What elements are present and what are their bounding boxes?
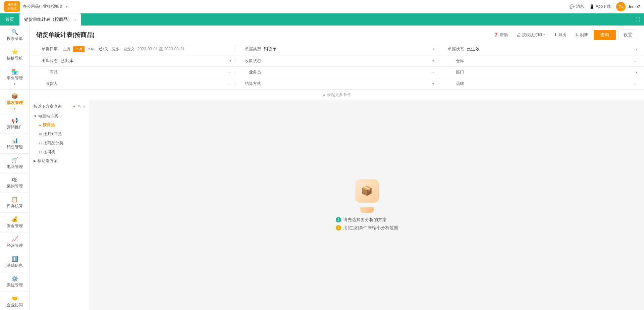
user-area[interactable]: Ea demo2 <box>616 2 640 11</box>
scheme-item-by-product[interactable]: ● 按商品 <box>30 120 90 130</box>
date-7days[interactable]: 近7天 <box>97 46 109 52</box>
help-icon: ❓ <box>493 33 498 37</box>
payment-dropdown-icon[interactable]: ▾ <box>432 82 434 86</box>
filter-row-2: 出库状态 已出库 ▾ 收款状态 ▾ 仓库 ··· <box>30 55 644 67</box>
filter-row-3: 商品 ··· 业务员 ··· 部门 ▾ <box>30 67 644 78</box>
dept-group: 部门 ▾ <box>442 69 637 75</box>
salesperson-more-icon[interactable]: ··· <box>431 70 434 75</box>
brand-more-icon[interactable]: ··· <box>634 81 637 86</box>
sidebar-item-quicknav[interactable]: ⭐ 快捷导航 <box>0 45 29 65</box>
receipt-status-label: 收款状态 <box>239 58 261 64</box>
export-icon: ⬆ <box>554 33 557 37</box>
sidebar-item-marketing[interactable]: 📢 营销推广 <box>0 114 29 134</box>
message-btn[interactable]: 💬 消息 <box>570 4 584 9</box>
product-group: 商品 ··· <box>36 69 231 75</box>
sidebar-item-search[interactable]: 🔍 搜索菜单 <box>0 25 29 45</box>
wholesale-icon: 📦 <box>1 93 28 99</box>
scheme-collapse-icon[interactable]: « <box>83 104 86 109</box>
page-title: 销货单统计表(按商品) <box>36 31 95 39</box>
scheme-edit-icon[interactable]: ✎ <box>77 104 81 109</box>
payment-label: 结算方式 <box>239 81 261 87</box>
scheme-item-by-driver[interactable]: ⊟ 按司机 <box>30 148 90 157</box>
sidebar-item-sales[interactable]: 📊 销售管理 <box>0 134 29 154</box>
refresh-btn[interactable]: ↻ 刷新 <box>572 31 591 40</box>
scheme-panel: 按以下方案查询 + ✎ « ▼ 电脑端方案 ● 按商品 <box>30 100 90 310</box>
scheme-item-by-category[interactable]: ⊟ 按商品分类 <box>30 139 90 148</box>
print-btn[interactable]: 🖨 按模板打印 ▾ <box>514 31 548 40</box>
product-more-icon[interactable]: ··· <box>227 70 231 75</box>
divider5 <box>235 69 235 75</box>
scheme-group-pc-header[interactable]: ▼ 电脑端方案 <box>30 112 90 120</box>
step-2-num: 2 <box>336 225 341 230</box>
receiver-more-icon[interactable]: ··· <box>227 81 231 86</box>
marketing-icon: 📢 <box>1 117 28 124</box>
page-title-row: 销货单统计表(按商品) ❓ 帮助 🖨 按模板打印 ▾ ⬆ 导出 <box>36 30 637 40</box>
date-custom[interactable]: 自定义 <box>122 46 136 52</box>
product-label: 商品 <box>36 69 58 75</box>
tab-close-icon[interactable]: × <box>74 17 76 21</box>
receiver-label: 收货人 <box>36 81 58 87</box>
receipt-status-dropdown-icon[interactable]: ▾ <box>432 59 434 63</box>
doc-status-dropdown-icon[interactable]: ▾ <box>636 47 637 51</box>
app-download-btn[interactable]: 📱 App下载 <box>589 4 611 9</box>
doc-status-value: 已生效 <box>467 46 636 52</box>
print-dropdown-icon: ▾ <box>543 33 545 37</box>
empty-steps: 1 请先选择要分析的方案 2 用[过滤]条件来缩小分析范围 <box>336 217 398 231</box>
sidebar-item-purchase[interactable]: 🛍 采购管理 <box>0 173 29 193</box>
dept-dropdown-icon[interactable]: ▾ <box>636 70 637 74</box>
warehouse-more-icon[interactable]: ··· <box>634 58 637 63</box>
step-1-text: 请先选择要分析的方案 <box>343 217 387 223</box>
breadcrumb-arrow[interactable]: ▾ <box>66 4 68 9</box>
date-last-month[interactable]: 上月 <box>62 46 72 52</box>
scheme-group-pc: ▼ 电脑端方案 ● 按商品 ⊞ 按月+商品 ⊟ 按商品分类 <box>30 112 90 157</box>
scheme-add-icon[interactable]: + <box>73 104 75 109</box>
app-logo: 畅捷通 好生意 <box>4 1 20 12</box>
quicknav-icon: ⭐ <box>1 49 28 55</box>
date-this-month[interactable]: 本月 <box>73 46 85 52</box>
sidebar-item-inventory[interactable]: 📋 库存核算 <box>0 193 29 213</box>
sidebar-item-base[interactable]: ℹ️ 基础信息 <box>0 252 29 272</box>
help-btn[interactable]: ❓ 帮助 <box>490 31 511 40</box>
tab-minimize-btn[interactable]: — <box>628 17 633 22</box>
collapse-bar[interactable]: ∧ 收起更多条件 <box>30 90 644 100</box>
out-status-dropdown-icon[interactable]: ▾ <box>229 59 231 63</box>
warehouse-group: 仓库 ··· <box>442 58 637 64</box>
tab-active[interactable]: 销货单统计表（按商品） × <box>19 13 81 25</box>
date-more[interactable]: 更多 <box>111 46 121 52</box>
tab-controls: — ⛶ <box>628 17 644 22</box>
divider8 <box>438 81 438 87</box>
setting-btn[interactable]: 设置 <box>619 30 637 40</box>
out-status-value: 已出库 <box>60 58 229 64</box>
topbar-right: 💬 消息 📱 App下载 Ea demo2 <box>570 2 640 11</box>
pc-group-label: 电脑端方案 <box>38 113 58 119</box>
export-btn[interactable]: ⬆ 导出 <box>551 31 570 40</box>
salesperson-group: 业务员 ··· <box>239 69 434 75</box>
tab-home[interactable]: 首页 <box>0 13 19 25</box>
sidebar-item-finance[interactable]: 💰 资金管理 <box>0 213 29 232</box>
sidebar-item-collab[interactable]: 🤝 企业协同 <box>0 292 29 310</box>
scheme-panel-title: 按以下方案查询 <box>34 104 62 109</box>
scheme-group-mobile-header[interactable]: ▶ 移动端方案 <box>30 157 90 165</box>
mobile-group-label: 移动端方案 <box>38 158 58 164</box>
date-this-year[interactable]: 本年 <box>86 46 96 52</box>
topbar-left: 畅捷通 好生意 办公用品行业模拟账套 ▾ <box>4 1 68 12</box>
by-driver-icon: ⊟ <box>39 150 42 154</box>
query-btn[interactable]: 查询 <box>594 30 616 40</box>
refresh-icon: ↻ <box>575 33 579 37</box>
sidebar-item-system[interactable]: ⚙️ 系统管理 <box>0 272 29 292</box>
sidebar: 🔍 搜索菜单 ⭐ 快捷导航 🏪 零售管理 ▼ 📦 批发管理 ▲ 📢 营销推广 📊… <box>0 25 30 310</box>
tab-expand-btn[interactable]: ⛶ <box>635 17 640 22</box>
print-icon: 🖨 <box>517 33 521 37</box>
sidebar-item-ops[interactable]: 📈 经营管理 <box>0 232 29 252</box>
empty-step-2: 2 用[过滤]条件来缩小分析范围 <box>336 225 398 231</box>
page-actions: ❓ 帮助 🖨 按模板打印 ▾ ⬆ 导出 ↻ 刷新 <box>490 30 637 40</box>
salesperson-label: 业务员 <box>239 69 261 75</box>
doc-status-group: 单据状态 已生效 ▾ <box>442 46 637 52</box>
sidebar-item-ecom[interactable]: 🛒 电商管理 <box>0 154 29 173</box>
scheme-panel-header: 按以下方案查询 + ✎ « <box>30 102 90 112</box>
doc-type-dropdown-icon[interactable]: ▾ <box>432 47 434 51</box>
system-icon: ⚙️ <box>1 275 28 282</box>
sidebar-item-wholesale[interactable]: 📦 批发管理 ▲ <box>0 90 29 114</box>
scheme-item-by-month-product[interactable]: ⊞ 按月+商品 <box>30 130 90 139</box>
sidebar-item-retail[interactable]: 🏪 零售管理 ▼ <box>0 65 29 90</box>
